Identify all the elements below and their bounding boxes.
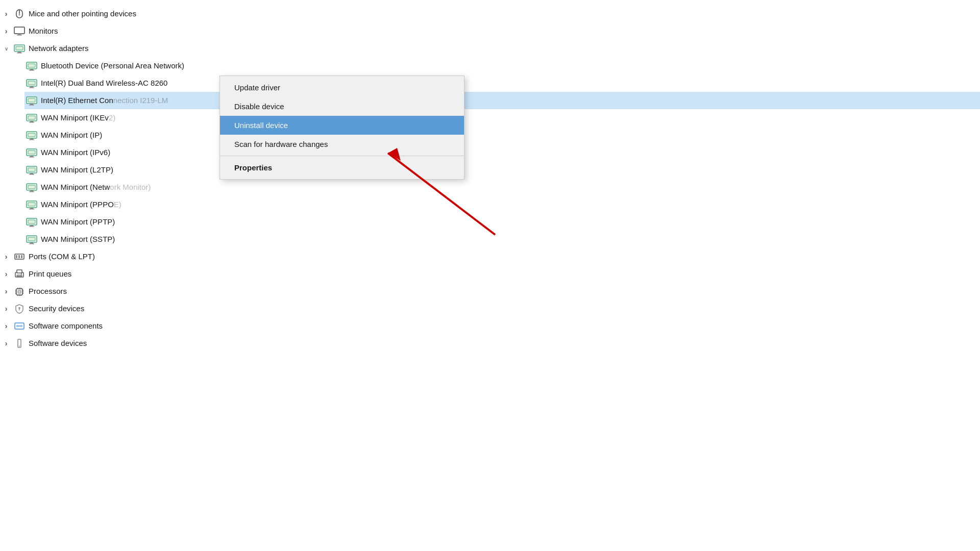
svg-rect-63 xyxy=(18,290,21,293)
svg-rect-27 xyxy=(30,138,33,139)
svg-rect-39 xyxy=(30,190,33,191)
tree-item-monitors[interactable]: Monitors xyxy=(0,22,980,40)
svg-point-2 xyxy=(19,14,20,16)
context-menu-update-driver[interactable]: Update driver xyxy=(220,78,464,97)
chevron-icon-processors xyxy=(0,286,12,297)
child-wan-l2tp[interactable]: WAN Miniport (L2TP) xyxy=(24,161,980,179)
wan-l2tp-icon xyxy=(24,164,39,176)
svg-rect-35 xyxy=(30,173,33,174)
child-wan-ipv6[interactable]: WAN Miniport (IPv6) xyxy=(24,144,980,161)
svg-rect-37 xyxy=(28,168,35,171)
child-wan-netw[interactable]: WAN Miniport (Network Monitor) xyxy=(24,179,980,196)
svg-rect-40 xyxy=(29,191,34,192)
security-icon xyxy=(12,303,27,315)
intel-ethernet-icon xyxy=(24,94,39,107)
wan-pptp-label: WAN Miniport (PPTP) xyxy=(41,216,115,228)
child-wan-sstp[interactable]: WAN Miniport (SSTP) xyxy=(24,231,980,248)
svg-rect-43 xyxy=(30,208,33,209)
svg-rect-57 xyxy=(21,255,22,258)
software-devices-icon xyxy=(12,337,27,349)
wan-sstp-label: WAN Miniport (SSTP) xyxy=(41,234,115,245)
tree-item-mice[interactable]: Mice and other pointing devices xyxy=(0,5,980,22)
mice-icon xyxy=(12,8,27,20)
chevron-icon-monitors xyxy=(0,26,12,37)
svg-rect-47 xyxy=(30,225,33,226)
svg-rect-56 xyxy=(18,255,20,258)
svg-rect-60 xyxy=(17,275,22,277)
context-menu-disable-device[interactable]: Disable device xyxy=(220,97,464,116)
svg-rect-45 xyxy=(28,203,35,206)
svg-rect-44 xyxy=(29,209,34,210)
chevron-icon-sw-devices xyxy=(0,338,12,349)
processors-label: Processors xyxy=(29,286,67,297)
wan-pppoe-icon xyxy=(24,198,39,211)
print-icon xyxy=(12,268,27,280)
ports-icon xyxy=(12,251,27,263)
software-components-icon xyxy=(12,320,27,332)
svg-rect-5 xyxy=(17,35,22,36)
tree-item-software-devices[interactable]: Software devices xyxy=(0,335,980,352)
child-intel-wireless[interactable]: Intel(R) Dual Band Wireless-AC 8260 xyxy=(24,74,980,92)
svg-rect-52 xyxy=(29,243,34,244)
child-intel-ethernet[interactable]: Intel(R) Ethernet Connection I219-LM xyxy=(24,92,980,109)
software-components-label: Software components xyxy=(29,320,103,332)
wan-ip-icon xyxy=(24,129,39,141)
child-wan-pptp[interactable]: WAN Miniport (PPTP) xyxy=(24,213,980,231)
chevron-icon-security xyxy=(0,304,12,314)
wan-sstp-icon xyxy=(24,233,39,245)
processors-icon xyxy=(12,285,27,297)
tree-item-ports[interactable]: Ports (COM & LPT) xyxy=(0,248,980,265)
intel-wireless-label: Intel(R) Dual Band Wireless-AC 8260 xyxy=(41,78,167,89)
svg-rect-55 xyxy=(16,255,17,258)
software-devices-label: Software devices xyxy=(29,338,87,349)
wan-pppoe-label: WAN Miniport (PPPOE) xyxy=(41,199,121,211)
svg-rect-8 xyxy=(17,53,22,54)
svg-rect-36 xyxy=(29,174,34,175)
svg-rect-81 xyxy=(20,325,22,327)
wan-ipv6-icon xyxy=(24,146,39,159)
print-label: Print queues xyxy=(29,268,71,280)
svg-rect-3 xyxy=(14,27,24,34)
svg-rect-7 xyxy=(18,52,21,53)
svg-rect-24 xyxy=(29,122,34,123)
svg-rect-53 xyxy=(28,237,35,241)
svg-rect-19 xyxy=(30,104,33,105)
svg-rect-23 xyxy=(30,121,33,122)
svg-rect-48 xyxy=(29,226,34,227)
svg-rect-31 xyxy=(30,156,33,157)
svg-rect-9 xyxy=(16,46,23,50)
child-wan-ip[interactable]: WAN Miniport (IP) xyxy=(24,127,980,144)
tree-item-software-components[interactable]: Software components xyxy=(0,317,980,335)
context-menu-properties[interactable]: Properties xyxy=(220,158,464,177)
tree-item-print[interactable]: Print queues xyxy=(0,265,980,283)
svg-rect-13 xyxy=(28,64,35,67)
wan-netw-label: WAN Miniport (Network Monitor) xyxy=(41,182,151,193)
child-wan-pppoe[interactable]: WAN Miniport (PPPOE) xyxy=(24,196,980,213)
security-label: Security devices xyxy=(29,303,84,315)
svg-rect-32 xyxy=(29,157,34,158)
bluetooth-label: Bluetooth Device (Personal Area Network) xyxy=(41,60,184,72)
chevron-icon-network: ∨ xyxy=(0,45,12,53)
context-menu-scan-hardware[interactable]: Scan for hardware changes xyxy=(220,135,464,154)
tree-item-processors[interactable]: Processors xyxy=(0,283,980,300)
monitors-icon xyxy=(12,25,27,37)
intel-wireless-icon xyxy=(24,77,39,89)
child-bluetooth[interactable]: Bluetooth Device (Personal Area Network) xyxy=(24,57,980,74)
svg-rect-4 xyxy=(18,34,21,35)
svg-rect-15 xyxy=(30,86,33,87)
wan-ikev2-icon xyxy=(24,112,39,124)
chevron-icon-mice xyxy=(0,9,12,19)
tree-item-network-adapters[interactable]: ∨ Network adapters xyxy=(0,40,980,57)
svg-rect-28 xyxy=(29,139,34,140)
svg-rect-12 xyxy=(29,70,34,71)
device-manager-tree: Mice and other pointing devices Monitors… xyxy=(0,0,980,357)
intel-ethernet-label: Intel(R) Ethernet Connection I219-LM xyxy=(41,95,168,107)
child-wan-ikev2[interactable]: WAN Miniport (IKEv2) xyxy=(24,109,980,127)
wan-pptp-icon xyxy=(24,216,39,228)
context-menu-uninstall-device[interactable]: Uninstall device xyxy=(220,116,464,135)
tree-item-security[interactable]: Security devices xyxy=(0,300,980,317)
bluetooth-icon xyxy=(24,60,39,72)
svg-rect-20 xyxy=(29,105,34,106)
svg-rect-21 xyxy=(28,98,35,102)
monitors-label: Monitors xyxy=(29,26,58,37)
